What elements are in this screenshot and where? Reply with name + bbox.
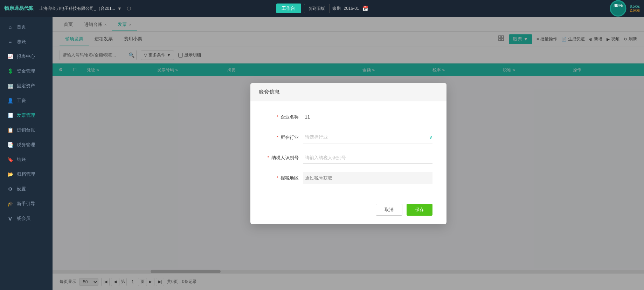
sidebar-item-reports-label: 报表中心 xyxy=(17,53,35,60)
invoice-icon: 🧾 xyxy=(7,112,13,119)
form-row-industry: * 所在行业 请选择行业 ∨ xyxy=(264,131,432,143)
company-dropdown-icon[interactable]: ▼ xyxy=(117,6,122,11)
required-star: * xyxy=(277,114,278,120)
header-bar: 畅康通易代账 上海卯金刀电子科技有限公司_（台201... ▼ ⬡ 工作台 切到… xyxy=(0,0,644,17)
period-label: 账期 xyxy=(332,6,341,12)
sidebar-item-purchase-label: 进销台账 xyxy=(17,127,35,133)
copy-icon[interactable]: ⬡ xyxy=(127,6,131,11)
sidebar-item-archive[interactable]: 📂 归档管理 xyxy=(0,167,53,182)
sidebar-item-purchase-sales[interactable]: 📋 进销台账 xyxy=(0,123,53,137)
required-star-4: * xyxy=(277,175,278,181)
sidebar-item-general-ledger[interactable]: ≡ 总账 xyxy=(0,34,53,49)
industry-label: * 所在行业 xyxy=(264,134,303,141)
taxid-input[interactable] xyxy=(303,152,432,164)
period-value: 2016-01 xyxy=(344,6,359,11)
settings-icon: ⚙ xyxy=(7,186,13,192)
required-star-3: * xyxy=(268,155,269,160)
sidebar-item-guide[interactable]: 🎓 新手引导 xyxy=(0,196,53,211)
speed-circle-icon: 49% xyxy=(609,0,627,18)
sidebar-item-vip-label: 畅会员 xyxy=(17,215,30,222)
tax-icon: 📑 xyxy=(7,142,13,148)
sidebar-item-home-label: 首页 xyxy=(17,24,26,30)
home-icon: ⌂ xyxy=(7,24,13,30)
vip-icon: V xyxy=(7,215,13,222)
header-right: 49% 8.5K/s 2.6K/s xyxy=(609,0,640,18)
taxregion-label: * 报税地区 xyxy=(264,175,303,181)
sidebar-item-salary-label: 工资 xyxy=(17,97,26,104)
sidebar-item-invoice-management[interactable]: 🧾 发票管理 xyxy=(0,108,53,123)
reports-icon: 📈 xyxy=(7,53,13,60)
ledger-icon: ≡ xyxy=(7,39,13,45)
sidebar-item-tax-label: 税务管理 xyxy=(17,142,35,148)
salary-icon: 👤 xyxy=(7,97,13,104)
sidebar-item-assets-label: 固定资产 xyxy=(17,83,35,89)
taxregion-input xyxy=(303,172,432,184)
sidebar-item-home[interactable]: ⌂ 首页 xyxy=(0,20,53,34)
form-row-company: * 企业名称 xyxy=(264,111,432,123)
main-content: 首页 进销台账 × 发票 × 销项发票 进项发票 费用小票 xyxy=(53,17,644,290)
sidebar-item-salary[interactable]: 👤 工资 xyxy=(0,93,53,108)
dialog-title: 账套信息 xyxy=(259,89,280,95)
industry-placeholder: 请选择行业 xyxy=(303,134,429,140)
closing-icon: 🔖 xyxy=(7,156,13,163)
sidebar-item-reports[interactable]: 📈 报表中心 xyxy=(0,49,53,64)
guide-icon: 🎓 xyxy=(7,201,13,207)
sidebar-item-vip[interactable]: V 畅会员 xyxy=(0,211,53,226)
company-name-label: * 企业名称 xyxy=(264,114,303,120)
company-name: 上海卯金刀电子科技有限公司_（台201... xyxy=(39,6,115,12)
dialog-body: * 企业名称 * 所在行业 请选择行业 ∨ xyxy=(250,101,446,200)
dialog-header: 账套信息 xyxy=(250,83,446,101)
form-row-taxid: * 纳税人识别号 xyxy=(264,152,432,164)
dialog-footer: 取消 保存 xyxy=(250,200,446,224)
header-center: 工作台 切到旧版 账期 2016-01 📅 xyxy=(276,4,368,13)
account-info-dialog: 账套信息 * 企业名称 * 所在行业 xyxy=(250,83,446,224)
taxid-label: * 纳税人识别号 xyxy=(264,155,303,161)
app-layout: ⌂ 首页 ≡ 总账 📈 报表中心 💲 资金管理 🏢 固定资产 👤 工资 🧾 发票… xyxy=(0,17,644,290)
sidebar-item-ledger-label: 总账 xyxy=(17,39,26,45)
required-star-2: * xyxy=(277,135,278,140)
speed-info: 8.5K/s 2.6K/s xyxy=(630,5,640,12)
svg-text:49%: 49% xyxy=(614,3,623,8)
sidebar: ⌂ 首页 ≡ 总账 📈 报表中心 💲 资金管理 🏢 固定资产 👤 工资 🧾 发票… xyxy=(0,17,53,290)
speed-up: 8.5K/s xyxy=(630,5,640,8)
funds-icon: 💲 xyxy=(7,68,13,74)
company-name-input[interactable] xyxy=(303,111,432,123)
sidebar-item-tax[interactable]: 📑 税务管理 xyxy=(0,137,53,152)
sidebar-item-fixed-assets[interactable]: 🏢 固定资产 xyxy=(0,79,53,93)
form-row-taxregion: * 报税地区 xyxy=(264,172,432,184)
sidebar-item-guide-label: 新手引导 xyxy=(17,201,35,207)
old-version-button[interactable]: 切到旧版 xyxy=(304,4,330,13)
sidebar-item-archive-label: 归档管理 xyxy=(17,171,35,177)
industry-dropdown-icon[interactable]: ∨ xyxy=(429,134,432,140)
industry-select-wrap[interactable]: 请选择行业 ∨ xyxy=(303,131,432,143)
sidebar-item-settings-label: 设置 xyxy=(17,186,26,192)
sidebar-item-funds[interactable]: 💲 资金管理 xyxy=(0,64,53,79)
sidebar-item-funds-label: 资金管理 xyxy=(17,68,35,74)
assets-icon: 🏢 xyxy=(7,83,13,89)
calendar-icon[interactable]: 📅 xyxy=(362,6,368,11)
speed-down: 2.6K/s xyxy=(630,8,640,12)
cancel-button[interactable]: 取消 xyxy=(376,204,402,216)
purchase-icon: 📋 xyxy=(7,127,13,133)
sidebar-item-closing[interactable]: 🔖 结账 xyxy=(0,152,53,167)
sidebar-item-invoice-label: 发票管理 xyxy=(17,112,35,119)
app-logo: 畅康通易代账 xyxy=(4,5,34,12)
archive-icon: 📂 xyxy=(7,171,13,177)
sidebar-item-settings[interactable]: ⚙ 设置 xyxy=(0,182,53,196)
worktable-button[interactable]: 工作台 xyxy=(276,4,301,13)
modal-overlay: 账套信息 * 企业名称 * 所在行业 xyxy=(53,17,644,290)
save-button[interactable]: 保存 xyxy=(407,204,432,216)
sidebar-item-closing-label: 结账 xyxy=(17,156,26,163)
